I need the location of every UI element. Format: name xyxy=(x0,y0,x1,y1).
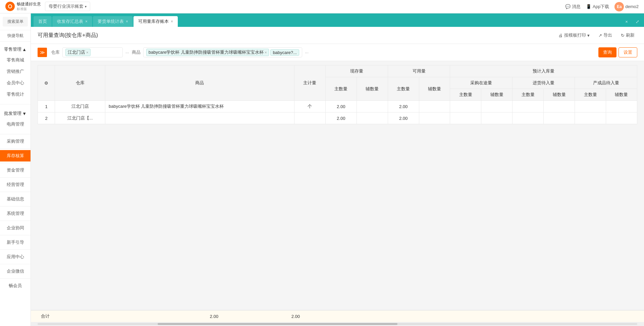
print-icon: 🖨 xyxy=(558,33,563,38)
warehouse-filter-input[interactable]: 江北门店 × xyxy=(62,47,123,57)
message-label: 消息 xyxy=(572,4,581,10)
template-selector[interactable]: 母婴行业演示账套 ▾ xyxy=(45,2,90,11)
divider-10 xyxy=(0,249,31,250)
tab-receivable-label: 收发存汇总表 xyxy=(57,18,83,25)
scrollbar-track[interactable] xyxy=(38,323,637,325)
cell-purchase-main-0 xyxy=(450,101,481,112)
th-purchase-aux: 辅数量 xyxy=(481,89,513,101)
footer-values: 2.00 2.00 xyxy=(91,314,637,319)
sidebar-section-retail-header[interactable]: 零售管理 ▲ xyxy=(0,44,31,54)
print-button[interactable]: 🖨 按模板打印 ▾ xyxy=(556,31,592,40)
product-filter-label: 商品 xyxy=(132,49,141,55)
tab-order-stat[interactable]: 要货单统计表 × xyxy=(93,16,133,27)
refresh-button[interactable]: ↻ 刷新 xyxy=(618,31,637,40)
divider-5 xyxy=(0,177,31,178)
sidebar-item-enterprise[interactable]: 企业协同 xyxy=(0,222,31,234)
message-button[interactable]: 💬 消息 xyxy=(565,4,581,10)
export-button[interactable]: ↗ 导出 xyxy=(596,31,615,40)
quick-nav-button[interactable]: 快捷导航 xyxy=(0,30,31,42)
logo-icon xyxy=(5,2,15,11)
cell-available-main-0: 2.00 xyxy=(388,101,419,112)
sidebar-item-ecommerce[interactable]: 电商管理 xyxy=(0,119,31,130)
product-tag-1-close[interactable]: × xyxy=(265,50,267,54)
user-avatar-button[interactable]: Ea demo2 xyxy=(614,2,639,11)
product-tag-1-text: babycare学饮杯 儿童防摔防撞吸管杯重力球吸嘴杯宝宝水杯 xyxy=(149,49,264,55)
cell-product-main-0 xyxy=(575,101,606,112)
sidebar-item-wecom[interactable]: 企业微信 xyxy=(0,266,31,277)
scrollbar-thumb[interactable] xyxy=(158,323,397,325)
sidebar-item-system[interactable]: 系统管理 xyxy=(0,208,31,219)
app-download-label: App下载 xyxy=(593,4,609,10)
template-selector-label: 母婴行业演示账套 xyxy=(49,3,84,9)
divider-2 xyxy=(0,134,31,134)
table-row: 2 江北门店【... 2.00 2.00 xyxy=(38,112,637,124)
sidebar-item-operations[interactable]: 经营管理 xyxy=(0,179,31,190)
product-filter-input[interactable]: babycare学饮杯 儿童防摔防撞吸管杯重力球吸嘴杯宝宝水杯 × babyca… xyxy=(143,47,302,57)
data-table: ⚙ 仓库 商品 主计量 现存量 可用量 预计入库量 主数量 辅数量 主数量 辅数… xyxy=(38,65,637,124)
setting-button[interactable]: 设置 xyxy=(619,47,637,57)
sidebar-section-wholesale-header[interactable]: 批发管理 ▼ xyxy=(0,108,31,119)
footer-current-main: 2.00 xyxy=(201,314,227,319)
settings-icon[interactable]: ⚙ xyxy=(44,81,48,86)
query-button[interactable]: 查询 xyxy=(598,47,616,57)
table-container: ⚙ 仓库 商品 主计量 现存量 可用量 预计入库量 主数量 辅数量 主数量 辅数… xyxy=(31,61,644,310)
th-product-aux: 辅数量 xyxy=(606,89,637,101)
cell-inbound-main-0 xyxy=(513,101,544,112)
tab-maximize-button[interactable]: ⤢ xyxy=(633,17,641,26)
tab-available-stock-close[interactable]: × xyxy=(171,19,173,24)
product-tag-2-text: babycare?... xyxy=(273,50,297,55)
warehouse-filter-label: 仓库 xyxy=(51,49,60,55)
cell-purchase-aux-0 xyxy=(481,101,513,112)
sidebar-item-purchase[interactable]: 采购管理 xyxy=(0,136,31,147)
chevron-down-icon: ▾ xyxy=(85,5,87,8)
sidebar-item-newbie[interactable]: 新手引导 xyxy=(0,237,31,248)
filter-dots-warehouse[interactable]: ··· xyxy=(125,50,129,55)
filter-actions: 查询 设置 xyxy=(598,47,637,57)
tab-receivable-close[interactable]: × xyxy=(85,19,88,24)
tab-order-stat-close[interactable]: × xyxy=(126,19,128,24)
tab-receivable[interactable]: 收发存汇总表 × xyxy=(52,16,92,27)
logo: 畅捷通好生意 标准版 xyxy=(5,2,41,11)
divider-12 xyxy=(0,278,31,279)
cell-inbound-main-1 xyxy=(513,112,544,124)
filter-area: ≫ 仓库 江北门店 × ··· 商品 babycare学饮杯 儿童防摔防撞吸管杯… xyxy=(31,44,644,61)
tab-available-stock-label: 可用量库存账本 xyxy=(138,18,169,25)
search-menu-button[interactable]: 搜索菜单 xyxy=(3,17,28,27)
table-footer: 合计 2.00 2.00 xyxy=(31,310,644,322)
cell-current-aux-0 xyxy=(357,101,388,112)
th-purchase-main: 主数量 xyxy=(450,89,481,101)
divider-6 xyxy=(0,192,31,192)
avatar: Ea xyxy=(614,2,624,11)
cell-product-1 xyxy=(105,112,294,124)
sidebar-item-changhui[interactable]: 畅会员 xyxy=(0,280,31,291)
cell-product-aux-0 xyxy=(606,101,637,112)
app-download-button[interactable]: 📱 App下载 xyxy=(586,4,609,10)
th-current-main: 主数量 xyxy=(325,77,357,101)
table-row: 1 江北门店 babycare学饮杯 儿童防摔防撞吸管杯重力球吸嘴杯宝宝水杯 个… xyxy=(38,101,637,112)
tab-home[interactable]: 首页 xyxy=(34,16,52,27)
warehouse-tag-close[interactable]: × xyxy=(86,50,88,54)
filter-row: 仓库 江北门店 × ··· 商品 babycare学饮杯 儿童防摔防撞吸管杯重力… xyxy=(51,47,592,57)
username-label: demo2 xyxy=(625,4,639,9)
divider-3 xyxy=(0,148,31,149)
filter-dots-product[interactable]: ··· xyxy=(305,50,309,55)
sidebar-item-retail-stat[interactable]: 零售统计 xyxy=(0,89,31,100)
tab-close-all-button[interactable]: × xyxy=(623,17,631,26)
sidebar-item-finance[interactable]: 资金管理 xyxy=(0,165,31,176)
expand-icon: ≫ xyxy=(40,50,45,55)
divider-8 xyxy=(0,221,31,221)
filter-expand-button[interactable]: ≫ xyxy=(38,48,47,57)
sidebar-item-app-center[interactable]: 应用中心 xyxy=(0,251,31,263)
cell-current-main-0: 2.00 xyxy=(325,101,357,112)
tab-available-stock[interactable]: 可用量库存账本 × xyxy=(133,16,178,27)
sidebar-item-marketing[interactable]: 营销推广 xyxy=(0,66,31,77)
th-product-pending: 产成品待入量 xyxy=(575,77,637,89)
message-icon: 💬 xyxy=(565,4,571,9)
sidebar-item-retail-mall[interactable]: 零售商城 xyxy=(0,54,31,66)
th-available-main: 主数量 xyxy=(388,77,419,101)
sidebar-item-inventory[interactable]: 库存核算 xyxy=(0,150,31,161)
sidebar-item-member[interactable]: 会员中心 xyxy=(0,77,31,89)
divider-1 xyxy=(0,104,31,104)
divider-11 xyxy=(0,264,31,264)
sidebar-item-basic-info[interactable]: 基础信息 xyxy=(0,193,31,205)
